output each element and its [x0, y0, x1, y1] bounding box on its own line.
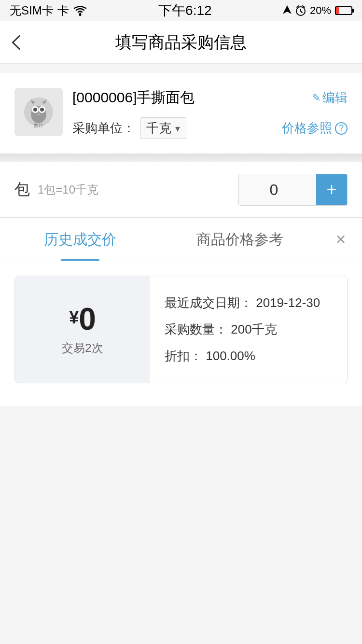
unit-label-text: 采购单位： [72, 120, 135, 137]
purchase-qty-row: 采购数量： 200千克 [165, 320, 333, 339]
sim-card-icon: 卡 [57, 3, 69, 18]
quantity-input[interactable] [239, 174, 316, 205]
tab-product-price-ref[interactable]: 商品价格参考 [160, 218, 320, 261]
recent-date-value: 2019-12-30 [256, 295, 320, 310]
unit-value: 千克 [146, 120, 171, 137]
quantity-conversion: 1包=10千克 [38, 182, 98, 197]
product-thumbnail: 数计 [14, 88, 63, 136]
back-arrow-icon [12, 35, 27, 50]
product-header: 数计 [0000006]手撕面包 ✎ 编辑 采购单位： 千克 ▾ [14, 88, 348, 139]
quantity-unit-badge: 包 [14, 179, 30, 200]
location-icon [283, 5, 292, 16]
tab-bar: 历史成交价 商品价格参考 × [0, 218, 362, 261]
quantity-plus-button[interactable]: + [316, 174, 347, 205]
tab-product-price-ref-label: 商品价格参考 [196, 230, 283, 250]
status-right: 20% [283, 4, 352, 17]
back-button[interactable] [0, 21, 39, 64]
discount-value: 100.00% [206, 349, 255, 363]
recent-date-label: 最近成交日期： [165, 295, 252, 310]
status-left: 无SIM卡 卡 [10, 3, 87, 18]
battery-icon [335, 6, 352, 15]
recent-date-row: 最近成交日期： 2019-12-30 [165, 294, 333, 312]
product-image: 数计 [19, 93, 58, 131]
product-unit-row: 采购单位： 千克 ▾ 价格参照 ? [72, 117, 348, 139]
discount-row: 折扣： 100.00% [165, 347, 333, 365]
plus-icon: + [326, 180, 336, 200]
price-reference-button[interactable]: 价格参照 ? [282, 120, 348, 137]
product-section: 数计 [0000006]手撕面包 ✎ 编辑 采购单位： 千克 ▾ [0, 73, 362, 154]
currency-symbol: ¥ [69, 308, 79, 328]
product-logo-icon: 数计 [22, 95, 56, 129]
quantity-input-group: + [238, 174, 348, 206]
section-divider [0, 154, 362, 162]
nav-bar: 填写商品采购信息 [0, 21, 362, 64]
quantity-label: 包 1包=10千克 [14, 179, 98, 200]
svg-text:数计: 数计 [34, 123, 43, 128]
dropdown-arrow-icon: ▾ [175, 123, 180, 134]
close-icon: × [335, 231, 346, 248]
content-area: ¥ 0 交易2次 最近成交日期： 2019-12-30 采购数量： 200千克 … [0, 261, 362, 406]
wifi-icon [73, 5, 87, 16]
purchase-qty-value: 200千克 [231, 322, 277, 336]
bottom-area [0, 406, 362, 644]
status-bar: 无SIM卡 卡 下午6:12 20% [0, 0, 362, 21]
tab-close-button[interactable]: × [320, 218, 362, 261]
edit-label: 编辑 [322, 89, 348, 106]
trade-count: 交易2次 [62, 340, 103, 356]
tab-history-price-label: 历史成交价 [44, 230, 116, 250]
product-name-row: [0000006]手撕面包 ✎ 编辑 [72, 88, 348, 108]
unit-selector-dropdown[interactable]: 千克 ▾ [140, 117, 186, 139]
price-amount: 0 [79, 304, 96, 335]
edit-button[interactable]: ✎ 编辑 [312, 89, 348, 106]
alarm-icon [295, 5, 306, 16]
svg-point-10 [33, 108, 37, 112]
svg-point-0 [79, 14, 81, 16]
product-info: [0000006]手撕面包 ✎ 编辑 采购单位： 千克 ▾ 价格参照 [72, 88, 348, 139]
help-icon: ? [335, 122, 348, 135]
status-time: 下午6:12 [158, 1, 212, 20]
unit-label: 采购单位： 千克 ▾ [72, 117, 186, 139]
history-card-right: 最近成交日期： 2019-12-30 采购数量： 200千克 折扣： 100.0… [150, 276, 347, 383]
svg-point-11 [40, 108, 44, 112]
history-card-left: ¥ 0 交易2次 [15, 276, 150, 383]
product-full-name: [0000006]手撕面包 [72, 88, 195, 108]
svg-line-3 [301, 11, 302, 13]
battery-percentage: 20% [310, 4, 331, 17]
tab-history-price[interactable]: 历史成交价 [0, 218, 160, 261]
edit-icon: ✎ [312, 92, 320, 104]
history-price-card: ¥ 0 交易2次 最近成交日期： 2019-12-30 采购数量： 200千克 … [14, 276, 348, 383]
carrier-text: 无SIM卡 [10, 3, 54, 18]
purchase-qty-label: 采购数量： [165, 322, 227, 336]
page-title: 填写商品采购信息 [39, 31, 323, 54]
discount-label: 折扣： [165, 349, 202, 363]
price-ref-label: 价格参照 [282, 120, 332, 137]
history-price-display: ¥ 0 [69, 304, 96, 335]
quantity-section: 包 1包=10千克 + [0, 162, 362, 217]
tab-active-underline [61, 259, 99, 261]
